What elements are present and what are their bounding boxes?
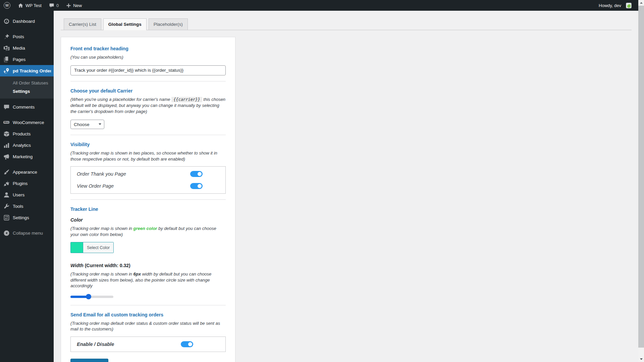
send-email-note: (Tracking order map default order status… xyxy=(70,320,226,332)
collapse-arrow-icon xyxy=(3,230,10,236)
paintbrush-icon xyxy=(3,169,10,175)
megaphone-icon xyxy=(3,153,10,160)
visibility-note: (Tracking order map is shown in two plac… xyxy=(70,150,226,162)
send-email-toggle[interactable] xyxy=(181,341,193,347)
plug-icon xyxy=(3,180,10,187)
color-picker-button[interactable]: Select Color xyxy=(70,242,114,253)
view-order-page-toggle[interactable] xyxy=(190,183,203,189)
carrier-placeholder-code: {{carrier}} xyxy=(171,97,202,102)
color-note: (Tracking order map is shown in green co… xyxy=(70,226,226,237)
divider xyxy=(70,135,226,135)
wordpress-logo-icon: W xyxy=(4,2,10,9)
scrollbar-up-arrow[interactable] xyxy=(638,0,644,6)
comments-icon xyxy=(3,104,10,110)
visibility-toggle-box: Order Thank you Page View Order Page xyxy=(70,166,226,194)
user-avatar xyxy=(626,3,632,8)
bar-chart-icon xyxy=(3,142,10,148)
sidebar-item-appearance[interactable]: Appearance xyxy=(0,166,54,178)
scrollbar-down-arrow[interactable] xyxy=(638,356,644,362)
comment-icon xyxy=(49,3,54,8)
color-subheading: Color xyxy=(70,217,226,223)
plus-icon xyxy=(66,3,71,8)
new-label: New xyxy=(73,3,82,8)
pd-tracking-submenu: All Order Statuses Settings xyxy=(0,76,54,99)
admin-bar: W WP Test 0 New Howdy, dev xyxy=(0,0,644,11)
section-title-default-carrier: Choose your default Carrier xyxy=(70,88,226,94)
tracker-heading-input[interactable] xyxy=(70,65,226,75)
sidebar-item-plugins[interactable]: Plugins xyxy=(0,178,54,189)
tab-placeholders[interactable]: Placeholder(s) xyxy=(149,18,188,30)
toggle-row-thank-you-page: Order Thank you Page xyxy=(71,167,225,181)
collapse-menu-button[interactable]: Collapse menu xyxy=(0,227,54,239)
sidebar-item-posts[interactable]: Posts xyxy=(0,31,54,42)
site-name-link[interactable]: WP Test xyxy=(14,0,45,11)
global-settings-card: Front end tracker heading (You can use p… xyxy=(61,37,235,362)
dashboard-icon xyxy=(3,18,10,24)
divider xyxy=(70,199,226,200)
site-name: WP Test xyxy=(25,3,42,8)
green-color-highlight: green color xyxy=(133,226,157,231)
section-title-visibility: Visibility xyxy=(70,142,226,147)
tab-global-settings[interactable]: Global Settings xyxy=(103,18,147,30)
sidebar-item-dashboard[interactable]: Dashboard xyxy=(0,15,54,27)
woocommerce-icon: Woo xyxy=(3,119,10,126)
sliders-icon xyxy=(3,214,10,221)
wrench-icon xyxy=(3,203,10,209)
width-slider[interactable] xyxy=(70,294,113,299)
default-carrier-select[interactable]: Choose xyxy=(70,120,104,129)
toggle-row-enable-disable: Enable / Disable xyxy=(71,337,225,352)
width-note: (Tracking order map is shown in 6px widt… xyxy=(70,271,226,289)
box-icon xyxy=(3,130,10,137)
pushpin-icon xyxy=(3,33,10,40)
divider xyxy=(70,81,226,81)
comments-count: 0 xyxy=(56,3,59,8)
send-email-toggle-box: Enable / Disable xyxy=(70,337,226,352)
media-icon xyxy=(3,45,10,51)
width-slider-thumb[interactable] xyxy=(86,294,91,299)
default-carrier-select-wrap: Choose xyxy=(70,120,104,129)
scrollbar-thumb[interactable] xyxy=(638,6,644,348)
thank-you-page-toggle[interactable] xyxy=(190,171,203,177)
user-icon xyxy=(3,191,10,198)
sidebar-item-pages[interactable]: Pages xyxy=(0,54,54,65)
section-title-tracker-line: Tracker Line xyxy=(70,206,226,212)
home-icon xyxy=(18,3,23,8)
divider xyxy=(70,305,226,305)
sidebar-item-comments[interactable]: Comments xyxy=(0,101,54,113)
toggle-row-view-order-page: View Order Page xyxy=(71,181,225,193)
main-content: Carrier(s) List Global Settings Placehol… xyxy=(54,11,638,362)
section-title-tracker-heading: Front end tracker heading xyxy=(70,46,226,51)
howdy-account-menu[interactable]: Howdy, dev xyxy=(595,0,635,11)
default-carrier-note: (When you're using a placeholder for car… xyxy=(70,97,226,115)
sidebar-item-woocommerce[interactable]: Woo WooCommerce xyxy=(0,117,54,128)
sidebar-item-analytics[interactable]: Analytics xyxy=(0,139,54,151)
save-settings-button[interactable]: Save Settings xyxy=(70,359,108,362)
sidebar-item-users[interactable]: Users xyxy=(0,189,54,200)
submenu-settings[interactable]: Settings xyxy=(0,87,54,96)
sidebar-item-settings[interactable]: Settings xyxy=(0,212,54,223)
wp-logo-menu[interactable]: W xyxy=(0,0,14,11)
admin-sidebar: Dashboard Posts Media Pages pd T xyxy=(0,11,54,362)
sidebar-item-marketing[interactable]: Marketing xyxy=(0,151,54,162)
new-content-menu[interactable]: New xyxy=(62,0,86,11)
sidebar-item-media[interactable]: Media xyxy=(0,42,54,54)
sidebar-item-products[interactable]: Products xyxy=(0,128,54,139)
tab-carriers-list[interactable]: Carrier(s) List xyxy=(64,18,101,30)
howdy-text: Howdy, dev xyxy=(599,3,621,8)
comments-bubble[interactable]: 0 xyxy=(45,0,62,11)
submenu-all-order-statuses[interactable]: All Order Statuses xyxy=(0,79,54,87)
settings-tabs: Carrier(s) List Global Settings Placehol… xyxy=(61,18,632,30)
sidebar-item-pd-tracking-order[interactable]: pd Tracking Order xyxy=(0,65,54,76)
color-swatch xyxy=(71,242,83,253)
sidebar-item-tools[interactable]: Tools xyxy=(0,200,54,212)
map-pins-icon xyxy=(3,67,10,74)
pages-icon xyxy=(3,56,10,63)
tracker-heading-note: (You can use placeholders) xyxy=(70,54,226,60)
section-title-send-email: Send Email for all custom tracking order… xyxy=(70,312,226,317)
width-subheading: Width (Current width: 0.32) xyxy=(70,263,226,268)
default-width-value: 6px xyxy=(133,272,141,277)
page-scrollbar[interactable] xyxy=(638,0,644,362)
select-color-label: Select Color xyxy=(83,242,113,253)
